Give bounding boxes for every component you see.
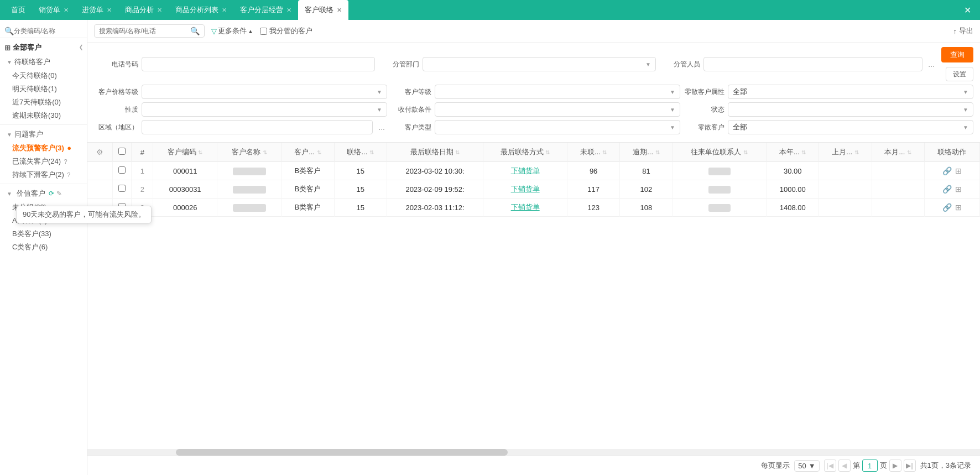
horizontal-scrollbar[interactable] (87, 449, 980, 456)
value-refresh-icon[interactable]: ⟳ (49, 190, 54, 197)
col-name[interactable]: 客户名称 ⇅ (217, 143, 282, 162)
table-header-row: ⚙ # 客户编码 ⇅ 客户名称 ⇅ 客户... ⇅ 联络... ⇅ 最后联络日期… (87, 143, 980, 162)
declining-help-icon[interactable]: ? (67, 171, 70, 178)
customer-level-select[interactable]: ▼ (435, 85, 680, 99)
row-checkbox[interactable] (118, 166, 126, 174)
sidebar-value-group[interactable]: ▼ 价值客户 ⟳ ✎ (0, 186, 87, 201)
col-last-method[interactable]: 最后联络方式 ⇅ (483, 143, 567, 162)
row-last-method[interactable]: 下销货单 (483, 180, 567, 199)
prev-page-btn[interactable]: ◀ (838, 460, 851, 472)
col-type[interactable]: 客户... ⇅ (282, 143, 334, 162)
sidebar-all-customers[interactable]: ⊞ 全部客户 《 (0, 40, 87, 55)
export-button[interactable]: ↑ 导出 (953, 26, 974, 36)
last-page-btn[interactable]: ▶| (904, 460, 916, 472)
my-customers-filter[interactable]: 我分管的客户 (260, 26, 312, 36)
tab-analysis-list-close[interactable]: ✕ (222, 7, 227, 14)
price-level-select[interactable]: ▼ (142, 85, 387, 99)
sidebar-search-input[interactable] (14, 27, 82, 35)
tab-sales-label: 销货单 (39, 5, 60, 15)
scroll-thumb[interactable] (176, 449, 508, 456)
churned-help-icon[interactable]: ? (64, 158, 67, 165)
col-no-contact[interactable]: 未联... ⇅ (567, 143, 620, 162)
tab-purchase[interactable]: 进货单 ✕ (75, 0, 118, 20)
row-last-method[interactable]: 下销货单 (483, 162, 567, 180)
sidebar-item-week[interactable]: 近7天待联络(0) (0, 96, 87, 109)
settings-gear-icon[interactable]: ⚙ (96, 148, 103, 156)
tab-analysis[interactable]: 商品分析 ✕ (118, 0, 169, 20)
tab-purchase-close[interactable]: ✕ (107, 7, 112, 14)
tab-analysis-list[interactable]: 商品分析列表 ✕ (169, 0, 233, 20)
value-edit-icon[interactable]: ✎ (56, 190, 62, 197)
filter-gender: 性质 ▼ (94, 102, 387, 117)
tab-bar-close-btn[interactable]: ✕ (960, 5, 976, 15)
region-dots-icon[interactable]: ... (376, 123, 387, 132)
sidebar-risk-group[interactable]: ▼ 问题客户 (0, 127, 87, 142)
tab-analysis-close[interactable]: ✕ (157, 7, 162, 14)
manager-select[interactable] (703, 57, 922, 71)
sidebar-item-c-class[interactable]: C类客户(6) (0, 241, 87, 254)
col-contact[interactable]: 联络... ⇅ (334, 143, 387, 162)
customer-type-select[interactable]: ▼ (435, 120, 680, 134)
risk-group-label: 问题客户 (14, 129, 43, 139)
row-action-grid-icon[interactable]: ⊞ (955, 185, 962, 194)
col-gear[interactable]: ⚙ (87, 143, 113, 162)
tab-analysis-label: 商品分析 (125, 5, 154, 15)
sidebar-item-churn-warning[interactable]: 流失预警客户(3) ● (0, 142, 87, 155)
sidebar-item-declining[interactable]: 持续下滑客户(2) ? (0, 168, 87, 181)
overdue-sort-icon: ⇅ (655, 149, 660, 155)
my-customers-checkbox[interactable] (260, 28, 267, 35)
tab-home[interactable]: 首页 (4, 0, 32, 20)
col-overdue[interactable]: 逾期... ⇅ (620, 143, 673, 162)
phone-input[interactable] (142, 57, 375, 71)
table-row: 2 00030031 B类客户 15 2023-02-09 19:52: 下销货… (87, 180, 980, 199)
settings-button[interactable]: 设置 (946, 67, 973, 81)
tab-customer-contact-close[interactable]: ✕ (337, 7, 342, 14)
first-page-btn[interactable]: |◀ (824, 460, 836, 472)
filter-search-icon[interactable]: 🔍 (190, 27, 200, 35)
col-company-contact[interactable]: 往来单位联系人 ⇅ (673, 143, 767, 162)
col-last-month[interactable]: 上月... ⇅ (819, 143, 872, 162)
row-action-link-icon[interactable]: 🔗 (942, 185, 952, 194)
sidebar: 🔍 ⊞ 全部客户 《 ▼ 待联络客户 今天待联络(0) 明天待联络(1) 近7天… (0, 20, 87, 475)
region-select[interactable] (142, 120, 373, 134)
col-last-date[interactable]: 最后联络日期 ⇅ (387, 143, 483, 162)
col-this-month[interactable]: 本月... ⇅ (872, 143, 924, 162)
tab-customer-tier-close[interactable]: ✕ (286, 7, 291, 14)
manager-dots-icon[interactable]: ... (926, 60, 937, 69)
status-select[interactable]: ▼ (728, 102, 973, 117)
tab-sales-close[interactable]: ✕ (64, 7, 69, 14)
next-page-btn[interactable]: ▶ (889, 460, 901, 472)
row-action-grid-icon[interactable]: ⊞ (955, 203, 962, 212)
query-button[interactable]: 查询 (941, 47, 973, 62)
row-action-grid-icon[interactable]: ⊞ (955, 166, 962, 175)
row-last-method[interactable]: 下销货单 (483, 199, 567, 217)
retail-customer-select[interactable]: 全部 ▼ (728, 120, 973, 134)
last-date-sort-icon: ⇅ (455, 149, 460, 155)
row-no-contact: 117 (567, 180, 620, 199)
col-this-year[interactable]: 本年... ⇅ (767, 143, 819, 162)
gender-select[interactable]: ▼ (142, 102, 387, 117)
page-size-select[interactable]: 50 ▼ (794, 460, 819, 472)
sidebar-item-overdue[interactable]: 逾期未联络(30) (0, 109, 87, 122)
retail-attr-select[interactable]: 全部 ▼ (728, 85, 973, 99)
sidebar-collapse-icon[interactable]: 《 (76, 44, 82, 52)
filter-search-input[interactable] (99, 27, 190, 35)
sidebar-pending-group[interactable]: ▼ 待联络客户 (0, 55, 87, 69)
sidebar-item-churned-label: 已流失客户(24) (12, 157, 61, 165)
col-contact-label: 联络... (347, 148, 367, 156)
tab-sales[interactable]: 销货单 ✕ (32, 0, 75, 20)
select-all-checkbox[interactable] (118, 148, 126, 155)
row-action-link-icon[interactable]: 🔗 (942, 166, 952, 175)
sidebar-item-b-class[interactable]: B类客户(33) (0, 227, 87, 241)
payment-select[interactable]: ▼ (435, 102, 680, 117)
col-code[interactable]: 客户编码 ⇅ (153, 143, 217, 162)
row-action-link-icon[interactable]: 🔗 (942, 203, 952, 212)
tab-customer-contact[interactable]: 客户联络 ✕ (298, 0, 348, 20)
dept-select[interactable]: ▼ (423, 57, 656, 71)
sidebar-item-churned[interactable]: 已流失客户(24) ? (0, 155, 87, 168)
row-checkbox[interactable] (118, 185, 126, 192)
sidebar-item-today[interactable]: 今天待联络(0) (0, 69, 87, 82)
tab-customer-tier[interactable]: 客户分层经营 ✕ (233, 0, 298, 20)
sidebar-item-tomorrow[interactable]: 明天待联络(1) (0, 82, 87, 96)
filter-more-conditions[interactable]: ▽ 更多条件 ▲ (211, 26, 253, 36)
